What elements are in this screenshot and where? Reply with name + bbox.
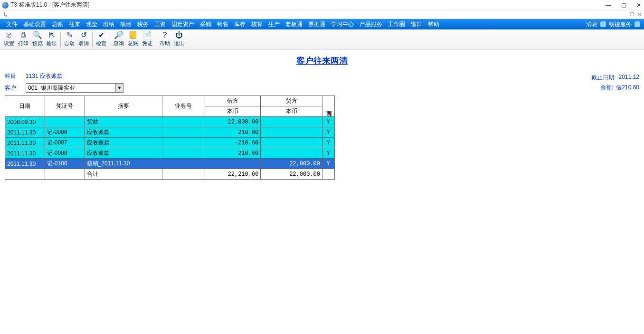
menu-固定资产[interactable]: 固定资产 [169, 20, 197, 29]
cell-voucher [45, 169, 85, 180]
打印-icon: ⎙ [21, 31, 26, 39]
toolbar-separator [110, 32, 110, 47]
toolbar-帮助[interactable]: ?帮助 [158, 30, 172, 48]
menu-销售[interactable]: 销售 [215, 20, 231, 29]
customer-combo[interactable]: ▼ [26, 83, 123, 93]
th-biz: 业务号 [162, 96, 205, 117]
cell-summary: 应收账款 [85, 138, 162, 148]
cell-clear: Y [322, 138, 334, 148]
toolbar-label: 帮助 [160, 40, 170, 47]
menu-库存[interactable]: 库存 [232, 20, 248, 29]
menu-税务[interactable]: 税务 [135, 20, 151, 29]
chat-icon [600, 21, 606, 27]
toolbar-凭证[interactable]: 📄凭证 [140, 30, 154, 48]
title-bar: T3-标准版11.0 - [客户往来两清] — ▢ ✕ [0, 0, 644, 10]
menu-工资[interactable]: 工资 [152, 20, 168, 29]
toolbar-取消[interactable]: ↺取消 [76, 30, 91, 48]
menu-工作圈[interactable]: 工作圈 [386, 20, 407, 29]
cell-voucher [45, 117, 85, 127]
menu-学习中心[interactable]: 学习中心 [329, 20, 356, 29]
cell-clear: Y [322, 127, 334, 138]
cell-biz [162, 148, 205, 159]
cell-credit: 22,000.00 [261, 159, 322, 169]
cell-debit: 210.60 [205, 148, 261, 159]
customer-input[interactable] [26, 85, 115, 91]
自动-icon: ✎ [66, 31, 73, 39]
toolbar-label: 取消 [78, 40, 89, 47]
service-link[interactable]: 畅捷服务 [609, 20, 632, 29]
menu-采购[interactable]: 采购 [198, 20, 214, 29]
menu-核算[interactable]: 核算 [249, 20, 265, 29]
menu-老板通[interactable]: 老板通 [283, 20, 305, 29]
th-debit: 借方 [205, 96, 261, 106]
menu-生产[interactable]: 生产 [266, 20, 282, 29]
toolbar-separator [92, 32, 93, 47]
toolbar-检查[interactable]: ✔检查 [94, 30, 108, 48]
filter-row: 科目 1131 应收账款 客户 ▼ 截止日期: 2011.12 余额: 借210… [5, 72, 639, 93]
chevron-down-icon[interactable]: ▼ [115, 84, 123, 92]
toolbar-label: 检查 [96, 40, 106, 47]
table-row[interactable]: 2011.11.30记-0106核销_2011.11.3022,000.00Y [5, 159, 335, 169]
page-title: 客户往来两清 [5, 55, 639, 67]
subject-label: 科目 [5, 72, 22, 80]
cutoff-label: 截止日期: [591, 74, 616, 82]
th-date: 日期 [5, 96, 45, 117]
toolbar-打印[interactable]: ⎙打印 [16, 30, 30, 48]
cell-voucher: 记-0106 [45, 159, 85, 169]
toolbar-label: 退出 [174, 40, 184, 47]
cutoff-value: 2011.12 [619, 74, 639, 82]
table-row[interactable]: 2011.11.30记-0088应收账款210.60Y [5, 148, 335, 159]
balance-label: 余额: [600, 84, 613, 92]
toolbar-预览[interactable]: 🔍预览 [30, 30, 45, 48]
table-row[interactable]: 2011.11.30记-0086应收账款210.60Y [5, 127, 335, 138]
cell-summary: 合计 [85, 169, 162, 180]
toolbar-label: 设置 [4, 40, 14, 47]
cell-clear: Y [322, 117, 334, 127]
cell-debit: -210.60 [205, 138, 261, 148]
menu-项目[interactable]: 项目 [118, 20, 134, 29]
maximize-button[interactable]: ▢ [620, 2, 627, 9]
service-icon [635, 21, 640, 27]
menu-窗口[interactable]: 窗口 [408, 20, 425, 29]
menu-出纳[interactable]: 出纳 [101, 20, 117, 29]
table-row[interactable]: 合计22,210.6022,000.00 [5, 169, 335, 180]
toolbar-label: 自动 [64, 40, 75, 47]
toolbar-总账[interactable]: 📒总账 [126, 30, 140, 48]
凭证-icon: 📄 [142, 31, 152, 39]
cell-summary: 核销_2011.11.30 [85, 159, 162, 169]
预览-icon: 🔍 [33, 31, 42, 39]
mdi-close-button[interactable]: ✕ [637, 12, 641, 17]
app-icon [2, 2, 9, 9]
minimize-button[interactable]: — [605, 2, 612, 9]
table-row[interactable]: 2011.11.30记-0087应收账款-210.60Y [5, 138, 335, 148]
menu-总账[interactable]: 总账 [49, 20, 66, 29]
data-table: 日期 凭证号 摘要 业务号 借方 贷方 两清 本币 本币 2008.09.30货… [5, 95, 335, 180]
menu-基础设置[interactable]: 基础设置 [21, 20, 48, 29]
toolbar-输出[interactable]: ⇱输出 [45, 30, 59, 48]
menu-往来[interactable]: 往来 [66, 20, 83, 29]
cell-voucher: 记-0088 [45, 148, 85, 159]
toolbar-自动[interactable]: ✎自动 [62, 30, 76, 48]
menu-bar: 文件基础设置总账往来现金出纳项目税务工资固定资产采购销售库存核算生产老板通票据通… [0, 19, 644, 29]
cell-biz [162, 127, 205, 138]
cursor-icon: ↳ [3, 11, 9, 19]
close-button[interactable]: ✕ [635, 2, 642, 9]
menu-现金[interactable]: 现金 [84, 20, 100, 29]
menu-帮助[interactable]: 帮助 [426, 20, 442, 29]
toolbar-退出[interactable]: ⏻退出 [172, 30, 186, 48]
mdi-restore-button[interactable]: ❐ [630, 12, 635, 17]
menu-产品服务[interactable]: 产品服务 [357, 20, 385, 29]
cell-biz [162, 159, 205, 169]
cell-biz [162, 138, 205, 148]
cell-date: 2011.11.30 [5, 138, 45, 148]
messages-link[interactable]: 消息 [586, 20, 597, 29]
table-row[interactable]: 2008.09.30货款22,000.00Y [5, 117, 335, 127]
mdi-minimize-button[interactable]: — [623, 12, 627, 17]
menu-票据通[interactable]: 票据通 [306, 20, 328, 29]
toolbar-设置[interactable]: ⎚设置 [2, 30, 16, 48]
检查-icon: ✔ [98, 31, 104, 39]
toolbar-查询[interactable]: 🔎查询 [112, 30, 126, 48]
window-title: T3-标准版11.0 - [客户往来两清] [10, 1, 90, 9]
menu-文件[interactable]: 文件 [4, 20, 20, 29]
th-voucher: 凭证号 [45, 96, 85, 117]
